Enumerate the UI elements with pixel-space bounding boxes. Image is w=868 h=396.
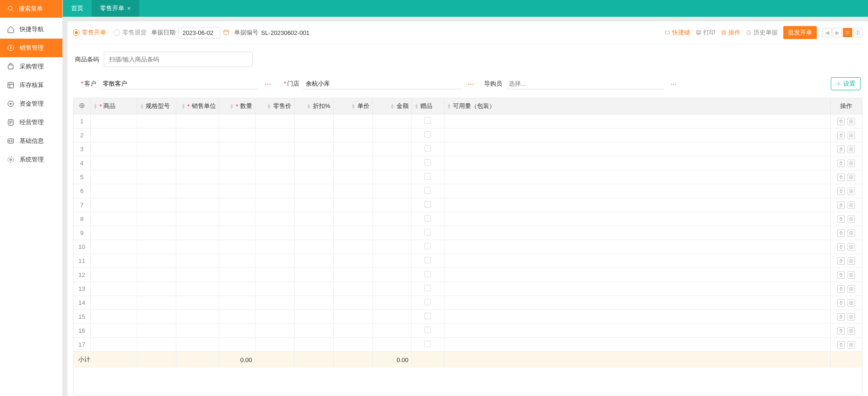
add-icon[interactable] — [848, 174, 855, 181]
delete-icon[interactable] — [837, 174, 845, 181]
table-row[interactable]: 3 — [74, 142, 862, 156]
add-icon[interactable] — [848, 271, 855, 279]
sidebar-search[interactable]: 搜索菜单 — [0, 0, 62, 18]
add-icon[interactable] — [848, 243, 855, 251]
gift-checkbox[interactable] — [424, 327, 431, 333]
delete-icon[interactable] — [837, 327, 845, 335]
history-link[interactable]: 历史单据 — [746, 28, 778, 37]
gift-checkbox[interactable] — [424, 201, 431, 208]
operate-link[interactable]: 操作 — [721, 28, 740, 37]
nav-list-button[interactable] — [843, 28, 852, 37]
th-gift[interactable]: ▲▼赠品 — [411, 98, 444, 114]
guide-input[interactable] — [506, 78, 664, 89]
th-gear[interactable] — [74, 98, 90, 114]
th-qty[interactable]: ▲▼*数量 — [219, 98, 255, 114]
table-row[interactable]: 8 — [74, 212, 862, 226]
sidebar-item-1[interactable]: 销售管理 — [0, 39, 62, 57]
table-row[interactable]: 14 — [74, 296, 862, 310]
gift-checkbox[interactable] — [424, 299, 431, 305]
gift-checkbox[interactable] — [424, 229, 431, 235]
gift-checkbox[interactable] — [424, 145, 431, 152]
shortcut-link[interactable]: 快捷键 — [665, 28, 690, 37]
sidebar-item-7[interactable]: 系统管理 — [0, 150, 62, 169]
th-unit[interactable]: ▲▼*销售单位 — [176, 98, 219, 114]
add-icon[interactable] — [848, 201, 855, 209]
delete-icon[interactable] — [837, 132, 845, 139]
radio-retail-order[interactable]: 零售开单 — [73, 28, 106, 37]
tab-0[interactable]: 首页 — [63, 0, 92, 17]
delete-icon[interactable] — [837, 146, 845, 153]
gift-checkbox[interactable] — [424, 131, 431, 138]
gift-checkbox[interactable] — [424, 187, 431, 194]
delete-icon[interactable] — [837, 229, 845, 237]
delete-icon[interactable] — [837, 341, 845, 349]
add-icon[interactable] — [848, 257, 855, 265]
th-unit-price[interactable]: ▲▼单价 — [333, 98, 372, 114]
table-row[interactable]: 2 — [74, 128, 862, 142]
print-link[interactable]: 打印 — [696, 28, 715, 37]
guide-more-icon[interactable]: ··· — [668, 81, 680, 87]
table-row[interactable]: 9 — [74, 226, 862, 240]
add-icon[interactable] — [848, 285, 855, 293]
gift-checkbox[interactable] — [424, 271, 431, 277]
customer-input[interactable] — [100, 78, 258, 89]
sidebar-item-4[interactable]: 资金管理 — [0, 94, 62, 113]
table-row[interactable]: 12 — [74, 268, 862, 282]
add-icon[interactable] — [848, 118, 855, 125]
add-icon[interactable] — [848, 160, 855, 167]
sidebar-item-6[interactable]: 基础信息 — [0, 132, 62, 150]
sidebar-item-0[interactable]: 快捷导航 — [0, 20, 62, 39]
gift-checkbox[interactable] — [424, 173, 431, 180]
delete-icon[interactable] — [837, 160, 845, 167]
customer-more-icon[interactable]: ··· — [262, 81, 274, 87]
table-row[interactable]: 10 — [74, 240, 862, 254]
add-icon[interactable] — [848, 327, 855, 335]
table-row[interactable]: 4 — [74, 156, 862, 170]
nav-expand-button[interactable] — [853, 28, 862, 37]
table-row[interactable]: 6 — [74, 184, 862, 198]
table-row[interactable]: 17 — [74, 338, 862, 352]
gift-checkbox[interactable] — [424, 117, 431, 124]
nav-prev-button[interactable]: ◀ — [822, 28, 832, 37]
delete-icon[interactable] — [837, 257, 845, 265]
th-product[interactable]: ▲▼*商品 — [90, 98, 137, 114]
th-amount[interactable]: ▲▼金额 — [372, 98, 411, 114]
add-icon[interactable] — [848, 229, 855, 237]
delete-icon[interactable] — [837, 243, 845, 251]
calendar-icon[interactable] — [223, 29, 229, 37]
table-row[interactable]: 5 — [74, 170, 862, 184]
batch-order-button[interactable]: 批发开单 — [783, 26, 817, 39]
settings-button[interactable]: 设置 — [831, 77, 861, 90]
sidebar-item-5[interactable]: 经营管理 — [0, 113, 62, 132]
th-available[interactable]: ▲▼可用量（包装） — [444, 98, 830, 114]
add-icon[interactable] — [848, 146, 855, 153]
th-spec[interactable]: ▲▼规格型号 — [137, 98, 176, 114]
add-icon[interactable] — [848, 132, 855, 139]
add-icon[interactable] — [848, 188, 855, 195]
gift-checkbox[interactable] — [424, 243, 431, 249]
delete-icon[interactable] — [837, 215, 845, 223]
gift-checkbox[interactable] — [424, 159, 431, 166]
add-icon[interactable] — [848, 215, 855, 223]
tab-1[interactable]: 零售开单× — [92, 0, 139, 17]
close-icon[interactable]: × — [127, 5, 131, 12]
th-retail-price[interactable]: ▲▼零售价 — [255, 98, 294, 114]
delete-icon[interactable] — [837, 271, 845, 279]
date-input[interactable]: 2023-06-02 — [178, 27, 220, 39]
delete-icon[interactable] — [837, 201, 845, 209]
table-row[interactable]: 11 — [74, 254, 862, 268]
delete-icon[interactable] — [837, 299, 845, 307]
delete-icon[interactable] — [837, 285, 845, 293]
table-row[interactable]: 1 — [74, 114, 862, 128]
gift-checkbox[interactable] — [424, 313, 431, 319]
table-row[interactable]: 16 — [74, 324, 862, 338]
nav-next-button[interactable]: ▶ — [833, 28, 842, 37]
barcode-input[interactable] — [104, 52, 253, 67]
sidebar-item-3[interactable]: 库存核算 — [0, 76, 62, 94]
table-row[interactable]: 15 — [74, 310, 862, 324]
sidebar-item-2[interactable]: 采购管理 — [0, 57, 62, 76]
delete-icon[interactable] — [837, 118, 845, 125]
store-input[interactable] — [303, 78, 461, 89]
delete-icon[interactable] — [837, 313, 845, 321]
delete-icon[interactable] — [837, 188, 845, 195]
